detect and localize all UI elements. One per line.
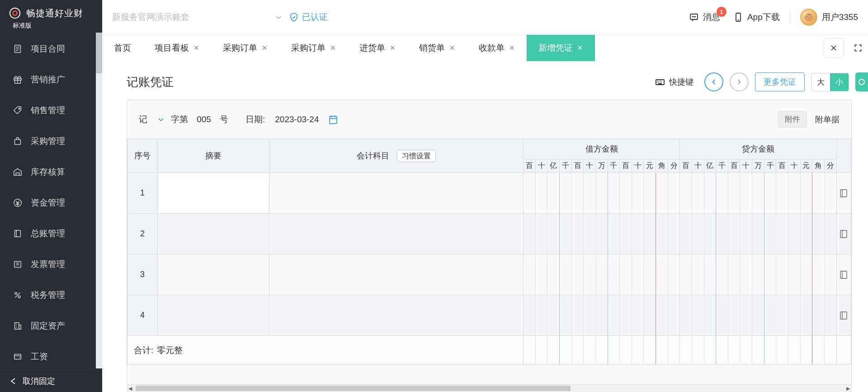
digit-cell[interactable] <box>764 173 777 213</box>
digit-cell[interactable] <box>752 254 764 295</box>
digit-cell[interactable] <box>740 295 752 335</box>
digit-cell[interactable] <box>560 173 572 213</box>
digit-cell[interactable] <box>572 336 584 364</box>
row-action[interactable] <box>836 254 851 295</box>
attachment-button[interactable]: 附件 <box>778 111 807 128</box>
digit-cell[interactable] <box>656 336 668 364</box>
digit-cell[interactable] <box>752 295 764 335</box>
digit-cell[interactable] <box>547 214 560 254</box>
tab[interactable]: 首页 <box>102 35 143 61</box>
digit-cell[interactable] <box>632 254 644 295</box>
digit-cell[interactable] <box>801 336 813 364</box>
summary-cell[interactable] <box>158 173 269 214</box>
digit-cell[interactable] <box>560 214 572 254</box>
digit-cell[interactable] <box>692 295 704 335</box>
digit-cell[interactable] <box>776 336 788 364</box>
digit-cell[interactable] <box>752 336 764 364</box>
digit-cell[interactable] <box>801 173 813 213</box>
digit-cell[interactable] <box>704 254 717 295</box>
digit-cell[interactable] <box>584 173 596 213</box>
next-voucher-button[interactable] <box>730 72 749 91</box>
digit-cell[interactable] <box>608 295 620 335</box>
digit-cell[interactable] <box>704 295 717 335</box>
size-large-button[interactable]: 大 <box>811 73 830 91</box>
digit-cell[interactable] <box>825 214 836 254</box>
close-icon[interactable]: ✕ <box>193 44 199 52</box>
sidebar-item-marketing[interactable]: 营销推广 <box>0 64 102 95</box>
digit-cell[interactable] <box>524 336 536 364</box>
digit-cell[interactable] <box>716 214 728 254</box>
digit-cell[interactable] <box>547 254 560 295</box>
tab[interactable]: 项目看板✕ <box>143 35 211 61</box>
digit-cell[interactable] <box>692 173 704 213</box>
digit-cell[interactable] <box>572 254 584 295</box>
digit-cell[interactable] <box>812 173 825 213</box>
chevron-down-icon[interactable] <box>156 114 166 125</box>
voucher-number[interactable]: 005 <box>193 115 215 124</box>
digit-cell[interactable] <box>644 336 656 364</box>
digit-cell[interactable] <box>536 254 548 295</box>
digit-cell[interactable] <box>740 254 752 295</box>
tab[interactable]: 新增凭证✕ <box>527 35 595 61</box>
digit-cell[interactable] <box>632 173 644 213</box>
digit-cell[interactable] <box>788 214 801 254</box>
credit-cell[interactable] <box>680 173 836 214</box>
digit-cell[interactable] <box>704 336 717 364</box>
digit-cell[interactable] <box>620 214 632 254</box>
voucher-type-selector[interactable]: 记 <box>139 114 147 125</box>
digit-cell[interactable] <box>764 254 777 295</box>
digit-cell[interactable] <box>608 336 620 364</box>
digit-cell[interactable] <box>740 173 752 213</box>
scrollbar-thumb[interactable] <box>136 386 571 391</box>
digit-cell[interactable] <box>788 254 801 295</box>
digit-cell[interactable] <box>728 214 741 254</box>
debit-cell[interactable] <box>524 254 680 295</box>
sidebar-unpin-button[interactable]: 取消固定 <box>0 370 102 392</box>
digit-cell[interactable] <box>740 214 752 254</box>
row-action[interactable] <box>836 214 851 254</box>
digit-cell[interactable] <box>572 173 584 213</box>
digit-cell[interactable] <box>584 295 596 335</box>
digit-cell[interactable] <box>596 214 608 254</box>
credit-cell[interactable] <box>680 295 836 336</box>
digit-cell[interactable] <box>560 336 572 364</box>
digit-cell[interactable] <box>728 173 741 213</box>
digit-cell[interactable] <box>825 336 836 364</box>
tab[interactable]: 采购订单✕ <box>279 35 348 61</box>
sidebar-item-fixed-assets[interactable]: 固定资产 <box>0 311 102 341</box>
digit-cell[interactable] <box>728 254 741 295</box>
digit-cell[interactable] <box>788 336 801 364</box>
digit-cell[interactable] <box>752 173 764 213</box>
digit-cell[interactable] <box>536 295 548 335</box>
digit-cell[interactable] <box>692 214 704 254</box>
digit-cell[interactable] <box>547 173 560 213</box>
close-icon[interactable]: ✕ <box>577 44 583 52</box>
summary-cell[interactable] <box>158 254 269 295</box>
digit-cell[interactable] <box>776 295 788 335</box>
digit-cell[interactable] <box>620 295 632 335</box>
digit-cell[interactable] <box>632 295 644 335</box>
digit-cell[interactable] <box>801 295 813 335</box>
digit-cell[interactable] <box>776 173 788 213</box>
digit-cell[interactable] <box>692 254 704 295</box>
sidebar-item-invoice[interactable]: 发票管理 <box>0 249 102 280</box>
digit-cell[interactable] <box>716 173 728 213</box>
close-icon[interactable]: ✕ <box>262 44 268 52</box>
habit-settings-button[interactable]: 习惯设置 <box>397 150 436 162</box>
digit-cell[interactable] <box>608 214 620 254</box>
close-icon[interactable]: ✕ <box>390 44 396 52</box>
digit-cell[interactable] <box>788 295 801 335</box>
digit-cell[interactable] <box>656 214 668 254</box>
digit-cell[interactable] <box>801 254 813 295</box>
sidebar-item-funds[interactable]: 资金管理 <box>0 187 102 218</box>
digit-cell[interactable] <box>644 214 656 254</box>
debit-cell[interactable] <box>524 295 680 336</box>
account-selector[interactable]: 新服务官网演示账套 <box>112 11 288 23</box>
digit-cell[interactable] <box>704 214 717 254</box>
digit-cell[interactable] <box>524 254 536 295</box>
summary-input[interactable] <box>159 174 268 212</box>
digit-cell[interactable] <box>812 295 825 335</box>
digit-cell[interactable] <box>584 254 596 295</box>
digit-cell[interactable] <box>596 336 608 364</box>
digit-cell[interactable] <box>788 173 801 213</box>
